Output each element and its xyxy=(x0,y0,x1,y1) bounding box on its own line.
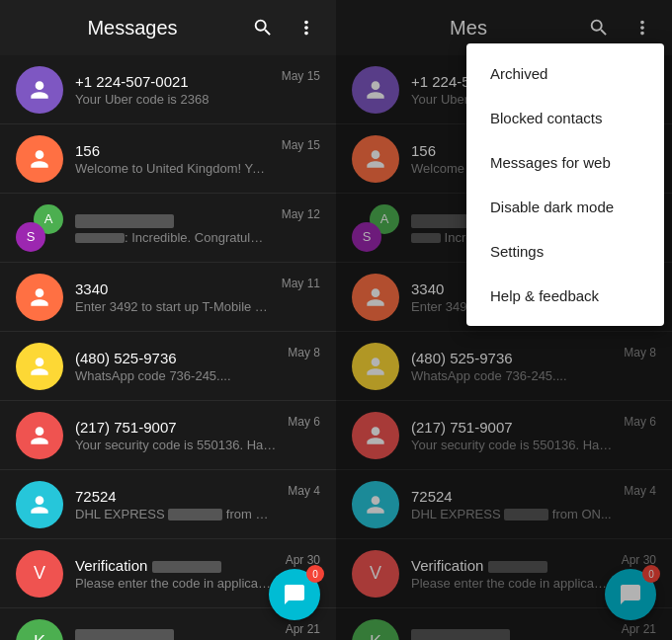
message-time: May 8 xyxy=(624,342,656,360)
message-time: Apr 21 xyxy=(286,618,320,636)
message-preview: Welcome to United Kingdom! Your T... xyxy=(75,161,270,176)
message-content: 156 Welcome to United Kingdom! Your T... xyxy=(75,142,270,176)
right-more-button[interactable] xyxy=(629,14,656,41)
message-preview: WhatsApp code 736-245.... xyxy=(75,368,276,383)
message-time: May 15 xyxy=(282,134,320,152)
message-name: 72524 xyxy=(75,488,276,505)
right-panel: Mes +1 224-507-00 Your Uber code i xyxy=(336,0,672,640)
list-item[interactable]: +1 224-507-0021 Your Uber code is 2368 M… xyxy=(0,55,336,124)
message-content: Oh ok... xyxy=(411,625,610,640)
avatar: A S xyxy=(352,204,399,252)
avatar xyxy=(352,66,399,114)
list-item[interactable]: 3340 Enter 3492 to start up T-Mobile Tue… xyxy=(0,263,336,332)
message-name: 156 xyxy=(75,142,270,159)
avatar xyxy=(352,481,399,528)
left-header-icons xyxy=(249,14,320,41)
message-preview: Enter 3492 to start up T-Mobile Tue... xyxy=(75,299,270,314)
message-time: Apr 21 xyxy=(622,618,656,636)
left-more-button[interactable] xyxy=(293,14,320,41)
message-name: 3340 xyxy=(75,280,270,297)
avatar xyxy=(352,343,399,390)
redacted-name xyxy=(411,629,510,640)
list-item[interactable]: (217) 751-9007 Your security code is 550… xyxy=(336,401,672,470)
message-time: May 12 xyxy=(282,203,320,221)
menu-item-darkmode[interactable]: Disable dark mode xyxy=(466,185,664,229)
message-content: Oh ok... xyxy=(75,625,274,640)
menu-item-help[interactable]: Help & feedback xyxy=(466,274,664,318)
message-name xyxy=(75,625,274,640)
redacted-name xyxy=(75,214,174,228)
list-item[interactable]: A S : Incredible. Congratulations f... M… xyxy=(0,194,336,263)
avatar xyxy=(16,343,63,390)
avatar: K xyxy=(16,619,63,641)
message-time: May 4 xyxy=(624,480,656,498)
message-name: Verification xyxy=(75,557,274,574)
left-panel: Messages +1 224-507-0021 Your Uber code … xyxy=(0,0,336,640)
message-content: : Incredible. Congratulations f... xyxy=(75,210,270,244)
avatar xyxy=(352,274,399,321)
message-preview: DHL EXPRESS from ON... xyxy=(411,507,612,521)
redacted xyxy=(488,561,547,573)
avatar-sub2: S xyxy=(16,222,45,252)
avatar xyxy=(352,135,399,183)
message-content: +1 224-507-0021 Your Uber code is 2368 xyxy=(75,73,270,107)
menu-item-settings[interactable]: Settings xyxy=(466,229,664,274)
message-name xyxy=(75,210,270,227)
menu-item-web[interactable]: Messages for web xyxy=(466,140,664,185)
avatar: V xyxy=(352,550,399,598)
dropdown-menu: Archived Blocked contacts Messages for w… xyxy=(466,43,664,326)
left-header: Messages xyxy=(0,0,336,55)
right-header-icons xyxy=(585,14,656,41)
list-item[interactable]: 72524 DHL EXPRESS from ON... May 4 xyxy=(336,470,672,539)
avatar-sub2: S xyxy=(352,222,381,252)
message-name: (480) 525-9736 xyxy=(411,350,612,366)
list-item[interactable]: (480) 525-9736 WhatsApp code 736-245....… xyxy=(0,332,336,401)
message-content: (480) 525-9736 WhatsApp code 736-245.... xyxy=(75,350,276,383)
redacted xyxy=(152,561,221,573)
left-title: Messages xyxy=(16,17,249,40)
message-content: 72524 DHL EXPRESS from ON... xyxy=(75,488,276,521)
avatar xyxy=(16,135,63,183)
avatar xyxy=(352,412,399,459)
right-fab-badge: 0 xyxy=(642,565,660,583)
message-preview: : Incredible. Congratulations f... xyxy=(75,230,270,245)
list-item[interactable]: (480) 525-9736 WhatsApp code 736-245....… xyxy=(336,332,672,401)
message-time: May 8 xyxy=(288,342,320,360)
avatar xyxy=(16,481,63,528)
message-content: 72524 DHL EXPRESS from ON... xyxy=(411,488,612,521)
message-time: May 15 xyxy=(282,65,320,83)
message-name: (217) 751-9007 xyxy=(411,419,612,436)
message-content: Verification Please enter the code in ap… xyxy=(75,557,274,591)
left-search-button[interactable] xyxy=(249,14,277,41)
message-preview: Your security code is 550136. Happy... xyxy=(75,438,276,452)
message-time: May 6 xyxy=(288,411,320,429)
redacted xyxy=(411,233,441,243)
message-content: 3340 Enter 3492 to start up T-Mobile Tue… xyxy=(75,280,270,314)
compose-fab[interactable]: 0 xyxy=(269,569,320,620)
list-item[interactable]: 72524 DHL EXPRESS from ON... May 4 xyxy=(0,470,336,539)
list-item[interactable]: 156 Welcome to United Kingdom! Your T...… xyxy=(0,124,336,194)
message-preview: Please enter the code in application ... xyxy=(411,576,610,591)
menu-item-archived[interactable]: Archived xyxy=(466,51,664,96)
message-name xyxy=(411,625,610,640)
right-compose-fab[interactable]: 0 xyxy=(605,569,656,620)
message-content: (480) 525-9736 WhatsApp code 736-245.... xyxy=(411,350,612,383)
redacted xyxy=(75,233,125,243)
list-item[interactable]: (217) 751-9007 Your security code is 550… xyxy=(0,401,336,470)
message-preview: DHL EXPRESS from ON... xyxy=(75,507,276,521)
avatar xyxy=(16,412,63,459)
message-time: May 11 xyxy=(282,273,320,290)
right-title: Mes xyxy=(352,17,585,40)
message-preview: WhatsApp code 736-245.... xyxy=(411,368,612,383)
right-search-button[interactable] xyxy=(585,14,613,41)
message-time: May 6 xyxy=(624,411,656,429)
avatar: K xyxy=(352,619,399,641)
message-preview: Your Uber code is 2368 xyxy=(75,92,270,107)
message-time: May 4 xyxy=(288,480,320,498)
redacted xyxy=(504,509,548,520)
avatar: V xyxy=(16,550,63,598)
message-content: (217) 751-9007 Your security code is 550… xyxy=(75,419,276,452)
menu-item-blocked[interactable]: Blocked contacts xyxy=(466,96,664,140)
avatar: A S xyxy=(16,204,63,252)
message-name: +1 224-507-0021 xyxy=(75,73,270,90)
